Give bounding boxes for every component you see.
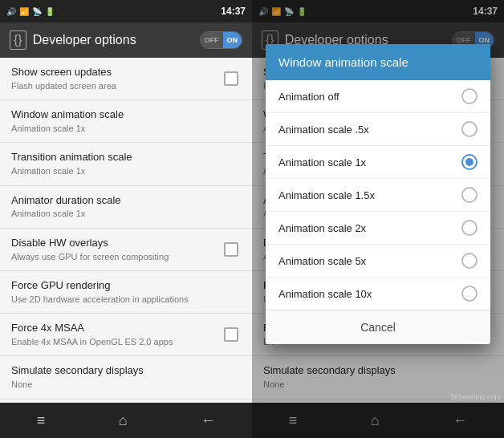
show-screen-checkbox[interactable] (224, 71, 238, 86)
right-volume-icon: 🔊 (258, 7, 268, 16)
right-title-simulate: Simulate secondary displays (263, 364, 493, 378)
setting-simulate-displays[interactable]: Simulate secondary displays None (0, 356, 252, 399)
dialog-options-list: Animation off Animation scale .5x Animat… (266, 80, 490, 310)
toggle-off-label: OFF (201, 32, 223, 48)
setting-title-force-gpu: Force GPU rendering (11, 279, 241, 293)
dialog-option-anim-off[interactable]: Animation off (266, 80, 490, 113)
right-home-icon[interactable]: ⌂ (371, 412, 380, 429)
setting-sub-force-msaa: Enable 4x MSAA in OpenGL ES 2.0 apps (11, 336, 222, 347)
watermark: 365electric.com (450, 393, 501, 401)
right-nav-bar: ≡ ⌂ ← (252, 403, 504, 438)
setting-sub-window-anim: Animation scale 1x (11, 123, 241, 134)
dev-options-toggle[interactable]: OFF ON (200, 31, 243, 49)
dialog-option-anim-2x[interactable]: Animation scale 2x (266, 212, 490, 245)
home-icon[interactable]: ⌂ (119, 412, 128, 429)
setting-sub-animator: Animation scale 1x (11, 208, 241, 219)
dialog-radio-anim-5x[interactable] (461, 253, 478, 269)
dialog-option-label-anim-1x: Animation scale 1x (278, 156, 366, 168)
status-time: 14:37 (221, 6, 246, 17)
setting-title-window-anim: Window animation scale (11, 108, 241, 122)
right-back-icon[interactable]: ← (453, 412, 467, 429)
back-icon[interactable]: ← (201, 412, 215, 429)
dialog-radio-anim-05x[interactable] (461, 121, 478, 137)
force-msaa-checkbox[interactable] (224, 327, 238, 342)
right-signal-icon: 📡 (284, 7, 294, 16)
setting-show-screen-updates[interactable]: Show screen updates Flash updated screen… (0, 58, 252, 100)
signal-icon: 📡 (32, 7, 42, 16)
dialog-radio-anim-1x[interactable] (461, 154, 478, 170)
dialog-option-label-anim-15x: Animation scale 1.5x (278, 189, 375, 201)
status-right: 14:37 (221, 6, 246, 17)
right-status-time: 14:37 (473, 6, 498, 17)
right-phone-panel: 🔊 📶 📡 🔋 14:37 {} Developer options OFF O… (252, 0, 504, 438)
right-menu-icon[interactable]: ≡ (289, 412, 298, 429)
setting-disable-hw[interactable]: Disable HW overlays Always use GPU for s… (0, 229, 252, 271)
setting-sub-transition: Animation scale 1x (11, 165, 241, 176)
status-left-icons: 🔊 📶 📡 🔋 (6, 7, 55, 16)
setting-sub-show-screen: Flash updated screen area (11, 80, 222, 91)
toggle-on-label: ON (223, 32, 242, 48)
left-status-bar: 🔊 📶 📡 🔋 14:37 (0, 0, 252, 22)
setting-transition-animation[interactable]: Transition animation scale Animation sca… (0, 143, 252, 185)
window-animation-dialog[interactable]: Window animation scale Animation off Ani… (266, 44, 490, 344)
setting-window-animation[interactable]: Window animation scale Animation scale 1… (0, 100, 252, 143)
setting-sub-simulate: None (11, 379, 241, 390)
dialog-option-anim-5x[interactable]: Animation scale 5x (266, 245, 490, 278)
right-status-bar: 🔊 📶 📡 🔋 14:37 (252, 0, 504, 22)
app-title: Developer options (33, 33, 193, 47)
dialog-option-label-anim-10x: Animation scale 10x (278, 288, 372, 300)
setting-force-msaa[interactable]: Force 4x MSAA Enable 4x MSAA in OpenGL E… (0, 314, 252, 356)
right-sub-simulate: None (263, 379, 493, 390)
setting-sub-disable-hw: Always use GPU for screen compositing (11, 251, 222, 262)
setting-title-force-msaa: Force 4x MSAA (11, 322, 222, 335)
right-wifi-icon: 📶 (271, 7, 281, 16)
dialog-title: Window animation scale (266, 44, 490, 80)
dialog-option-label-anim-05x: Animation scale .5x (278, 124, 369, 136)
wifi-icon: 📶 (19, 7, 29, 16)
dialog-option-anim-15x[interactable]: Animation scale 1.5x (266, 179, 490, 212)
volume-icon: 🔊 (6, 7, 16, 16)
setting-animator-duration[interactable]: Animator duration scale Animation scale … (0, 186, 252, 229)
dialog-option-label-anim-off: Animation off (278, 91, 339, 103)
dialog-cancel-button[interactable]: Cancel (266, 310, 490, 344)
setting-title-animator: Animator duration scale (11, 194, 241, 208)
dialog-radio-anim-off[interactable] (461, 88, 478, 104)
menu-icon[interactable]: ≡ (37, 412, 46, 429)
dialog-option-anim-05x[interactable]: Animation scale .5x (266, 113, 490, 146)
left-phone-panel: 🔊 📶 📡 🔋 14:37 {} Developer options OFF O… (0, 0, 252, 438)
setting-force-gpu[interactable]: Force GPU rendering Use 2D hardware acce… (0, 271, 252, 314)
right-status-left: 🔊 📶 📡 🔋 (258, 7, 307, 16)
dialog-radio-anim-15x[interactable] (461, 187, 478, 203)
battery-icon: 🔋 (45, 7, 55, 16)
left-settings-list: Show screen updates Flash updated screen… (0, 58, 252, 403)
dialog-radio-anim-10x[interactable] (461, 286, 478, 302)
setting-title-show-screen: Show screen updates (11, 66, 222, 79)
dialog-option-label-anim-5x: Animation scale 5x (278, 255, 366, 267)
dialog-radio-anim-2x[interactable] (461, 220, 478, 236)
setting-title-transition: Transition animation scale (11, 151, 241, 164)
dialog-option-label-anim-2x: Animation scale 2x (278, 222, 366, 234)
setting-sub-force-gpu: Use 2D hardware acceleration in applicat… (11, 294, 241, 305)
setting-title-simulate: Simulate secondary displays (11, 364, 241, 378)
dialog-option-anim-1x[interactable]: Animation scale 1x (266, 146, 490, 179)
dev-icon: {} (10, 30, 26, 50)
setting-title-disable-hw: Disable HW overlays (11, 237, 222, 250)
left-nav-bar: ≡ ⌂ ← (0, 403, 252, 438)
disable-hw-checkbox[interactable] (224, 242, 238, 257)
left-app-bar: {} Developer options OFF ON (0, 22, 252, 58)
dialog-option-anim-10x[interactable]: Animation scale 10x (266, 278, 490, 310)
right-battery-icon: 🔋 (297, 7, 307, 16)
